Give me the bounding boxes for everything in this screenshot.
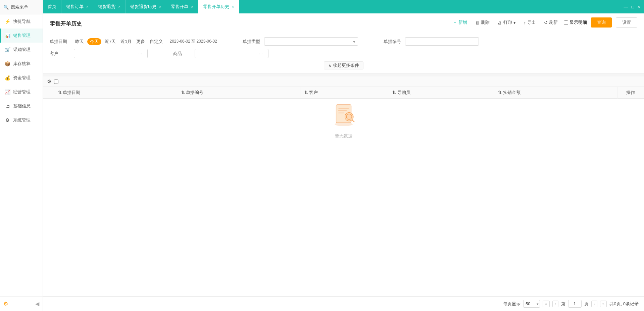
sidebar-bottom: ⚙ ◀ — [0, 296, 43, 311]
sidebar-item-purchase-mgmt[interactable]: 🛒 采购管理 — [0, 43, 43, 57]
tab-retail-open-history-label: 零售开单历史 — [203, 4, 229, 10]
date-opt-last7[interactable]: 近7天 — [103, 38, 117, 45]
print-icon: 🖨 — [498, 20, 502, 25]
date-opt-today[interactable]: 今天 — [87, 38, 101, 45]
th-amount[interactable]: ⇅ 实销金额 — [494, 87, 617, 99]
delete-label: 删除 — [481, 19, 490, 25]
query-button[interactable]: 查询 — [591, 17, 612, 28]
print-button[interactable]: 🖨 打印 ▾ — [496, 18, 518, 27]
filter-collapse-row: ∧ 收起更多条件 — [50, 61, 637, 69]
sidebar-item-sales-mgmt[interactable]: 📊 销售管理 — [0, 29, 43, 43]
sidebar-item-inventory[interactable]: 📦 库存核算 — [0, 57, 43, 71]
sidebar-collapse-button[interactable]: ◀ — [35, 301, 39, 307]
sidebar-item-label: 快捷导航 — [13, 18, 31, 24]
first-page-button[interactable]: « — [543, 301, 550, 307]
tab-retail-open-close[interactable]: × — [191, 5, 193, 9]
window-min-button[interactable]: — — [624, 4, 628, 9]
th-guide[interactable]: ⇅ 导购员 — [388, 87, 494, 99]
select-all-checkbox[interactable] — [54, 80, 58, 84]
delete-button[interactable]: 🗑 删除 — [473, 18, 492, 27]
type-filter-group: 单据类型 — [243, 37, 358, 46]
th-customer-label: ⇅ 客户 — [304, 90, 318, 96]
last-page-button[interactable]: » — [600, 301, 607, 307]
tab-retail-open-history[interactable]: 零售开单历史 × — [198, 0, 239, 13]
number-filter-label: 单据编号 — [384, 39, 402, 45]
sidebar-search-label: 搜索采单 — [11, 4, 28, 10]
sidebar-item-label: 资金管理 — [13, 75, 31, 81]
pagination: 每页显示 50 10 20 100 « ‹ 第 页 › » 共0页, 0条记录 — [43, 296, 644, 311]
date-opt-custom[interactable]: 自定义 — [148, 38, 164, 45]
th-amount-label: ⇅ 实销金额 — [498, 90, 521, 96]
prev-page-button[interactable]: ‹ — [552, 301, 558, 307]
page-input[interactable] — [568, 300, 582, 308]
sidebar: 🔍 搜索采单 ⚡ 快捷导航 📊 销售管理 🛒 采购管理 📦 库存核算 💰 资金管… — [0, 0, 43, 311]
next-page-button[interactable]: › — [591, 301, 597, 307]
display-detail-checkbox[interactable] — [564, 20, 568, 25]
number-filter-group: 单据编号 — [384, 37, 479, 46]
sidebar-settings-button[interactable]: ⚙ — [3, 301, 8, 307]
tab-sales-order[interactable]: 销售订单 × — [61, 0, 93, 13]
collapse-icon: ∧ — [328, 63, 332, 68]
th-number[interactable]: ⇅ 单据编号 — [177, 87, 300, 99]
window-close-button[interactable]: × — [637, 4, 640, 9]
goods-ellipsis-button[interactable]: ··· — [256, 50, 265, 57]
per-page-select[interactable]: 50 10 20 100 — [523, 300, 540, 308]
customer-filter-input[interactable] — [77, 50, 134, 57]
tab-sales-return-history-close[interactable]: × — [159, 5, 161, 9]
th-guide-label: ⇅ 导购员 — [392, 90, 410, 96]
page-title: 零售开单历史 — [50, 20, 82, 28]
th-number-label: ⇅ 单据编号 — [181, 90, 204, 96]
number-filter-input[interactable] — [405, 37, 479, 46]
sidebar-item-label: 采购管理 — [13, 47, 31, 53]
export-button[interactable]: ↑ 导出 — [522, 18, 538, 27]
th-customer[interactable]: ⇅ 客户 — [300, 87, 388, 99]
total-info: 共0页, 0条记录 — [609, 301, 639, 307]
tab-retail-open-history-close[interactable]: × — [232, 5, 234, 9]
settings-button[interactable]: 设置 — [616, 17, 637, 28]
table-column-settings-icon[interactable]: ⚙ — [47, 79, 51, 85]
finance-icon: 💰 — [4, 75, 10, 81]
tab-home[interactable]: 首页 — [43, 0, 61, 13]
th-date[interactable]: ⇅ 单据日期 — [54, 87, 177, 99]
tab-sales-return-close[interactable]: × — [118, 5, 120, 9]
refresh-button[interactable]: ↺ 刷新 — [542, 18, 560, 27]
operations-icon: 📈 — [4, 89, 10, 95]
tab-sales-order-close[interactable]: × — [86, 5, 88, 9]
goods-filter-input[interactable] — [198, 50, 255, 57]
add-button[interactable]: ＋ 新增 — [451, 18, 469, 27]
collapse-button[interactable]: ∧ 收起更多条件 — [324, 61, 363, 69]
sidebar-item-quick-nav[interactable]: ⚡ 快捷导航 — [0, 14, 43, 29]
tab-home-label: 首页 — [48, 4, 56, 10]
svg-line-7 — [352, 120, 354, 122]
tab-sales-return-history[interactable]: 销货退货历史 × — [126, 0, 166, 13]
customer-ellipsis-button[interactable]: ··· — [136, 50, 145, 57]
system-icon: ⚙ — [4, 117, 10, 123]
page-suffix-label: 页 — [584, 301, 589, 307]
date-opt-yesterday[interactable]: 昨天 — [74, 38, 85, 45]
sidebar-item-system[interactable]: ⚙ 系统管理 — [0, 113, 43, 127]
table-toolbar: ⚙ — [43, 76, 644, 87]
sidebar-item-label: 库存核算 — [13, 61, 31, 67]
data-table: ⇅ 单据日期 ⇅ 单据编号 ⇅ 客户 — [43, 87, 644, 99]
per-page-label: 每页显示 — [503, 301, 521, 307]
svg-point-0 — [335, 122, 353, 126]
content-area: 零售开单历史 ＋ 新增 🗑 删除 🖨 打印 ▾ — [43, 13, 644, 311]
sidebar-item-basic-info[interactable]: 🗂 基础信息 — [0, 99, 43, 113]
export-icon: ↑ — [524, 20, 526, 25]
type-select[interactable] — [264, 37, 358, 46]
window-max-button[interactable]: □ — [632, 4, 634, 9]
date-opt-more[interactable]: 更多 — [135, 38, 146, 45]
sidebar-item-finance[interactable]: 💰 资金管理 — [0, 71, 43, 85]
sidebar-item-label: 系统管理 — [13, 117, 31, 123]
svg-rect-4 — [338, 112, 344, 113]
table-area: ⚙ ⇅ 单据日期 — [43, 76, 644, 311]
sidebar-search[interactable]: 🔍 搜索采单 — [0, 0, 43, 14]
tab-sales-return[interactable]: 销货退货 × — [93, 0, 125, 13]
date-opt-last1month[interactable]: 近1月 — [119, 38, 133, 45]
svg-rect-3 — [338, 110, 346, 111]
display-detail-toggle[interactable]: 显示明细 — [564, 19, 587, 25]
type-select-wrapper — [264, 37, 358, 46]
sidebar-item-operations[interactable]: 📈 经营管理 — [0, 85, 43, 99]
topbar-right: — □ × — [620, 4, 644, 9]
tab-retail-open[interactable]: 零售开单 × — [166, 0, 198, 13]
